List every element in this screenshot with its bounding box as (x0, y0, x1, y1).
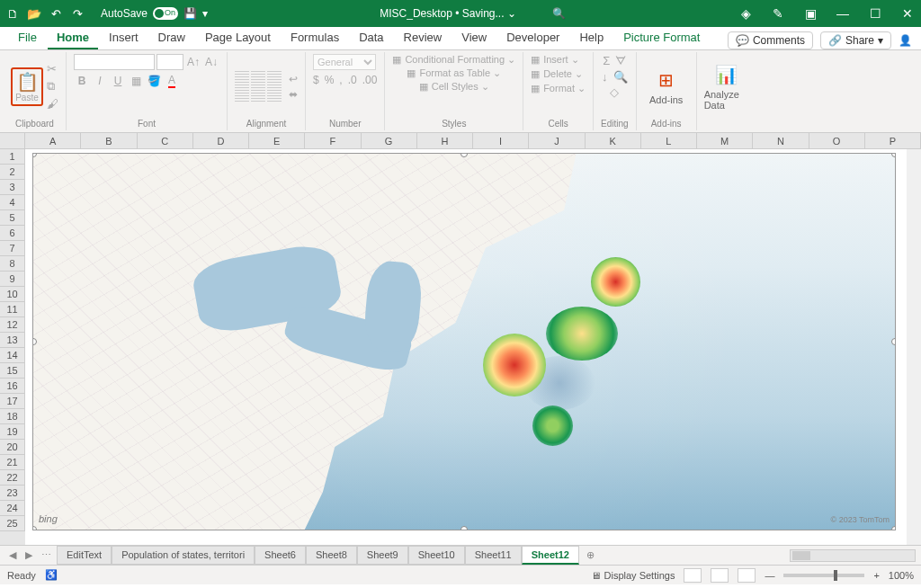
column-header[interactable]: P (865, 133, 921, 148)
font-name-input[interactable] (74, 54, 155, 70)
tab-page-layout[interactable]: Page Layout (196, 27, 280, 49)
font-size-input[interactable] (156, 54, 183, 70)
font-color-icon[interactable]: A (164, 73, 180, 89)
cells-area[interactable]: bing © 2023 TomTom (25, 149, 921, 545)
column-header[interactable]: C (138, 133, 193, 148)
insert-cells-button[interactable]: ▦ Insert ⌄ (531, 54, 579, 66)
row-header[interactable]: 20 (0, 440, 25, 455)
sheet-tab[interactable]: EditText (57, 546, 112, 565)
decimal-dec-icon[interactable]: .00 (362, 74, 378, 86)
column-header[interactable]: H (417, 133, 473, 148)
increase-font-icon[interactable]: A↑ (185, 54, 201, 70)
select-all-corner[interactable] (0, 133, 25, 148)
autosum-icon[interactable]: Σ (603, 54, 610, 68)
column-header[interactable]: F (305, 133, 361, 148)
underline-icon[interactable]: U (110, 73, 126, 89)
row-header[interactable]: 25 (0, 516, 25, 531)
tab-formulas[interactable]: Formulas (282, 27, 348, 49)
border-icon[interactable]: ▦ (128, 73, 144, 89)
merge-icon[interactable]: ⬌ (289, 88, 298, 101)
sheet-tab[interactable]: Sheet8 (306, 546, 357, 565)
tab-picture-format[interactable]: Picture Format (614, 27, 709, 49)
redo-icon[interactable]: ↷ (70, 6, 85, 21)
minimize-icon[interactable]: — (835, 6, 851, 21)
bing-map-picture[interactable]: bing © 2023 TomTom (32, 153, 896, 530)
sheet-tab[interactable]: Sheet6 (255, 546, 306, 565)
column-header[interactable]: B (81, 133, 137, 148)
analyze-data-button[interactable]: 📊 Analyze Data (704, 62, 749, 111)
tab-review[interactable]: Review (395, 27, 452, 49)
sheet-tab[interactable]: Sheet10 (408, 546, 465, 565)
resize-handle[interactable] (32, 526, 37, 530)
column-header[interactable]: I (473, 133, 529, 148)
maximize-icon[interactable]: ☐ (867, 6, 883, 21)
zoom-level[interactable]: 100% (889, 570, 914, 581)
row-header[interactable]: 3 (0, 180, 25, 195)
resize-handle[interactable] (891, 338, 896, 345)
save-icon[interactable]: 💾 (183, 7, 197, 20)
format-as-table-button[interactable]: ▦ Format as Table ⌄ (407, 67, 501, 79)
row-header[interactable]: 22 (0, 470, 25, 486)
sheet-tab[interactable]: Sheet9 (357, 546, 408, 565)
tab-draw[interactable]: Draw (149, 27, 194, 49)
italic-icon[interactable]: I (92, 73, 108, 89)
wrap-text-icon[interactable]: ↩ (289, 73, 298, 85)
autosave-toggle[interactable]: On (153, 7, 178, 20)
sheet-tab[interactable]: Sheet12 (522, 546, 579, 565)
row-header[interactable]: 9 (0, 272, 25, 287)
row-header[interactable]: 18 (0, 409, 25, 424)
undo-icon[interactable]: ↶ (49, 6, 63, 21)
zoom-out[interactable]: — (765, 570, 774, 581)
new-file-icon[interactable]: 🗋 (5, 6, 20, 21)
resize-handle[interactable] (891, 153, 896, 157)
row-header[interactable]: 19 (0, 424, 25, 440)
delete-cells-button[interactable]: ▦ Delete ⌄ (531, 68, 583, 80)
format-painter-icon[interactable]: 🖌 (47, 97, 58, 111)
user-icon[interactable]: 👤 (899, 34, 912, 47)
column-header[interactable]: E (249, 133, 305, 148)
filename[interactable]: MISC_Desktop • Saving... ⌄ (380, 7, 516, 20)
comma-icon[interactable]: , (339, 74, 342, 86)
currency-icon[interactable]: $ (313, 74, 319, 86)
column-header[interactable]: A (25, 133, 81, 148)
row-header[interactable]: 2 (0, 165, 25, 180)
alignment-buttons[interactable] (235, 71, 282, 102)
tab-file[interactable]: File (9, 27, 46, 49)
clear-icon[interactable]: ◇ (610, 85, 619, 99)
row-header[interactable]: 8 (0, 256, 25, 272)
column-header[interactable]: N (753, 133, 809, 148)
vertical-scrollbar[interactable] (907, 149, 921, 545)
zoom-slider[interactable] (783, 574, 864, 577)
row-header[interactable]: 17 (0, 394, 25, 409)
zoom-in[interactable]: + (873, 570, 879, 581)
sheet-nav-prev[interactable]: ◀ (5, 549, 20, 561)
find-icon[interactable]: 🔍 (613, 70, 628, 84)
row-header[interactable]: 23 (0, 486, 25, 501)
resize-handle[interactable] (460, 526, 468, 530)
sheet-tab[interactable]: Sheet11 (465, 546, 522, 565)
column-header[interactable]: M (697, 133, 753, 148)
tab-developer[interactable]: Developer (497, 27, 568, 49)
column-header[interactable]: D (193, 133, 249, 148)
row-header[interactable]: 12 (0, 317, 25, 333)
row-header[interactable]: 15 (0, 363, 25, 379)
add-sheet-button[interactable]: ⊕ (581, 549, 600, 561)
open-icon[interactable]: 📂 (27, 6, 41, 21)
row-header[interactable]: 11 (0, 302, 25, 317)
tab-help[interactable]: Help (570, 27, 613, 49)
row-header[interactable]: 4 (0, 195, 25, 210)
display-settings[interactable]: 🖥 Display Settings (591, 570, 675, 581)
fill-color-icon[interactable]: 🪣 (146, 73, 162, 89)
sheet-tab[interactable]: Population of states, territori (112, 546, 255, 565)
view-page-break[interactable] (738, 568, 756, 583)
tab-home[interactable]: Home (48, 27, 98, 49)
percent-icon[interactable]: % (325, 74, 335, 86)
tab-view[interactable]: View (452, 27, 496, 49)
row-header[interactable]: 1 (0, 149, 25, 165)
sort-filter-icon[interactable]: ᗊ (615, 54, 626, 68)
conditional-formatting-button[interactable]: ▦ Conditional Formatting ⌄ (392, 54, 515, 66)
view-normal[interactable] (684, 568, 702, 583)
diamond-icon[interactable]: ◈ (738, 6, 754, 21)
decrease-font-icon[interactable]: A↓ (203, 54, 219, 70)
column-header[interactable]: O (809, 133, 865, 148)
